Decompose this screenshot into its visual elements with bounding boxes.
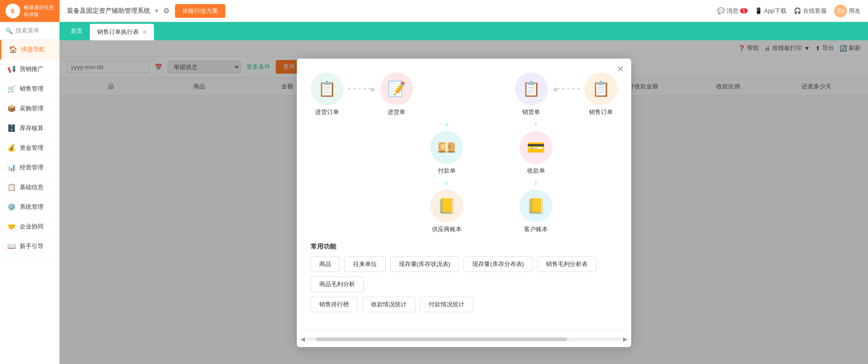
finance-icon: 💰 [7,144,16,152]
message-item[interactable]: 💬 消息 6 [717,7,748,15]
down-arrow-payment: ↓ [445,120,448,127]
modal-scrollbar[interactable]: ◀ ▶ [297,331,631,347]
tab-bar: 首页 销售订单执行表 ✕ [60,22,868,40]
purchase-bill-icon: 📝 [380,72,413,105]
modal-body: 📋 进货订单 ▶ 📝 进货单 [297,59,631,326]
purchase-bill-node[interactable]: 📝 进货单 [380,72,413,116]
payment-bill-node[interactable]: 💴 付款单 [430,131,463,175]
func-btn-sales-analysis[interactable]: 销售毛利分析表 [537,256,596,272]
flow-modal: ✕ 📋 进货订单 [297,59,631,347]
scroll-right-btn[interactable]: ▶ [623,336,628,342]
header-right: 💬 消息 6 📱 App下载 🎧 在线客服 Ea 用友 [717,5,861,17]
scroll-left-btn[interactable]: ◀ [300,336,305,342]
phone-icon: 📱 [755,7,762,14]
home-icon: 🏠 [9,45,17,54]
down-arrow-supplier: ↓ [445,179,448,186]
sidebar-item-quick-nav[interactable]: 🏠 快捷导航 [0,40,59,60]
purchase-order-node[interactable]: 📋 进货订单 [311,72,344,116]
basic-info-icon: 📋 [7,183,16,191]
marketing-icon: 📢 [7,65,16,73]
func-btn-stock-status[interactable]: 现存量(库存状况表) [390,256,459,272]
sidebar-item-operations[interactable]: 📊 经营管理 [0,158,59,178]
avatar: Ea [834,5,847,17]
sidebar-item-basic-info[interactable]: 📋 基础信息 [0,178,59,197]
arrow-sales: ◀ [548,86,584,103]
message-icon: 💬 [717,7,725,14]
tab-home[interactable]: 首页 [63,22,90,40]
sidebar-item-enterprise[interactable]: 🤝 企业协同 [0,217,59,237]
arrow-purchase: ▶ [344,86,380,103]
logo-area: 6 畅康通好生意 标准版 [0,0,60,22]
online-service-item[interactable]: 🎧 在线客服 [794,7,827,15]
func-btn-sales-rank[interactable]: 销售排行榜 [311,297,358,312]
system-title: 装备及固定资产辅助管理系统 ▼ [67,7,159,15]
func-btn-product[interactable]: 商品 [311,256,340,272]
sidebar-item-inventory[interactable]: 🗄️ 库存核算 [0,119,59,138]
modal-close-btn[interactable]: ✕ [617,64,624,74]
flow-diagram: 📋 进货订单 ▶ 📝 进货单 [311,72,617,234]
func-buttons-row1: 商品 往来单位 现存量(库存状况表) 现存量(库存分布表) 销售毛利分析表 商品… [311,256,617,292]
sales-bill-node[interactable]: 📋 销货单 [515,72,548,116]
func-buttons-row2: 销售排行榜 收款情况统计 付款情况统计 [311,297,617,312]
customer-ledger-icon: 📒 [519,190,552,223]
supplier-ledger-node[interactable]: 📒 供应商账本 [430,190,463,234]
func-btn-product-profit[interactable]: 商品毛利分析 [311,277,364,292]
logo-icon: 6 [5,4,20,18]
sidebar: 🔍 搜索菜单 🏠 快捷导航 📢 营销推广 🛒 销售管理 📦 采购管理 🗄️ 库存… [0,22,60,364]
customer-ledger-node[interactable]: 📒 客户账本 [519,190,552,234]
sales-order-node[interactable]: 📋 销售订单 [584,72,617,116]
inventory-icon: 🗄️ [7,124,16,132]
modal-overlay[interactable]: ✕ 📋 进货订单 [60,40,868,364]
guide-icon: 📖 [7,242,16,250]
enterprise-icon: 🤝 [7,223,16,231]
common-functions: 常用功能 商品 往来单位 现存量(库存状况表) 现存量(库存分布表) 销售毛利分… [311,243,617,312]
purchase-icon: 📦 [7,104,16,113]
sidebar-item-finance[interactable]: 💰 资金管理 [0,138,59,158]
down-arrow-receipt: ↓ [535,120,538,127]
operations-icon: 📊 [7,163,16,172]
user-avatar-item[interactable]: Ea 用友 [834,5,861,17]
top-header: 6 畅康通好生意 标准版 装备及固定资产辅助管理系统 ▼ ⚙ 体验行业方案 💬 … [0,0,868,22]
receipt-bill-node[interactable]: 💳 收款单 [519,131,552,175]
sidebar-item-marketing[interactable]: 📢 营销推广 [0,60,59,79]
sales-icon: 🛒 [7,85,16,93]
page-area: ❓ 帮助 🖨 按模板打印 ▼ ⬆ 导出 🔄 刷新 [60,40,868,364]
func-btn-payment-stats[interactable]: 付款情况统计 [420,297,473,312]
sidebar-search[interactable]: 🔍 搜索菜单 [0,22,59,40]
main-content: 首页 销售订单执行表 ✕ ❓ 帮助 🖨 按模板打印 ▼ ⬆ [60,22,868,364]
down-arrow-customer: ↓ [535,179,538,186]
sales-order-icon: 📋 [584,72,617,105]
settings-icon[interactable]: ⚙ [163,6,169,15]
supplier-ledger-icon: 📒 [430,190,463,223]
sidebar-item-system[interactable]: ⚙️ 系统管理 [0,197,59,217]
logo-text: 畅康通好生意 标准版 [24,4,54,17]
system-dropdown-icon[interactable]: ▼ [154,8,159,14]
tab-sales-order[interactable]: 销售订单执行表 ✕ [90,24,154,40]
system-icon: ⚙️ [7,203,16,211]
func-btn-stock-dist[interactable]: 现存量(库存分布表) [464,256,533,272]
payment-bill-icon: 💴 [430,131,463,164]
func-btn-receipt-stats[interactable]: 收款情况统计 [362,297,415,312]
sidebar-item-guide[interactable]: 📖 新手引导 [0,237,59,256]
sales-bill-icon: 📋 [515,72,548,105]
app-download-item[interactable]: 📱 App下载 [755,7,786,15]
search-icon: 🔍 [5,27,13,34]
sidebar-item-sales[interactable]: 🛒 销售管理 [0,79,59,99]
func-btn-contacts[interactable]: 往来单位 [344,256,386,272]
common-title: 常用功能 [311,243,617,251]
receipt-bill-icon: 💳 [519,131,552,164]
purchase-order-icon: 📋 [311,72,344,105]
tab-close-icon[interactable]: ✕ [142,29,147,35]
sidebar-item-purchase[interactable]: 📦 采购管理 [0,99,59,119]
headset-icon: 🎧 [794,7,801,14]
experience-btn[interactable]: 体验行业方案 [175,4,225,18]
